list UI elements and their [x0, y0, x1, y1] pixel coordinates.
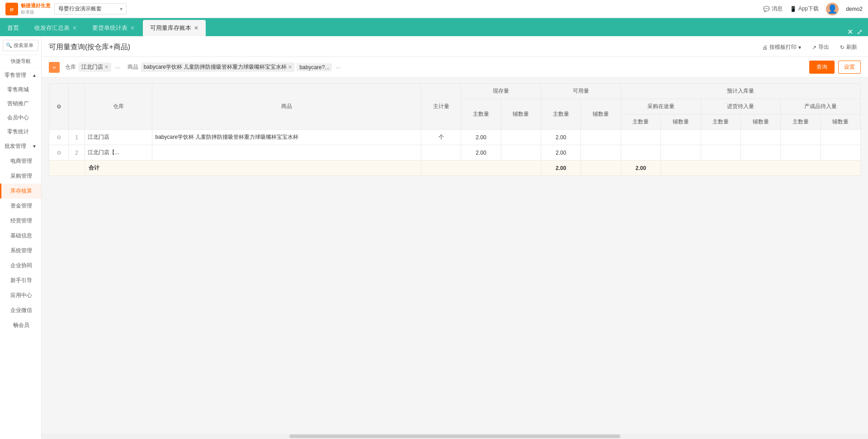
sidebar-item-app-center[interactable]: 应用中心: [0, 288, 41, 303]
message-btn[interactable]: 💬 消息: [763, 5, 783, 13]
warehouse-ellipsis[interactable]: ···: [113, 64, 122, 71]
th-incoming-main: 主数量: [701, 114, 741, 130]
product-ellipsis[interactable]: ···: [334, 64, 343, 71]
row-product: [152, 145, 421, 160]
row-avail-aux: [581, 130, 621, 145]
sidebar-item-enterprise[interactable]: 企业协同: [0, 258, 41, 273]
sidebar-item-retail-mall[interactable]: 零售商城: [0, 83, 41, 97]
product-tag-1: babycare学饮杯 儿童防摔防撞吸管杯重力球吸嘴杯宝宝水杯 ✕: [141, 62, 295, 72]
close-all-tabs-btn[interactable]: ✕: [847, 28, 853, 36]
scroll-bar-thumb[interactable]: [289, 434, 620, 438]
sidebar-item-retail-header[interactable]: 零售管理 ▲: [0, 68, 41, 83]
logo-text: 畅捷通好生意 标准版: [21, 2, 51, 15]
tab-order[interactable]: 要货单统计表 ✕: [85, 20, 142, 36]
sidebar-item-finance[interactable]: 资金管理: [0, 198, 41, 213]
row-gear[interactable]: ⚙: [49, 130, 69, 145]
row-purchase-main: [621, 130, 660, 145]
username-label: demo2: [846, 6, 863, 12]
chevron-up-icon: ▲: [32, 73, 37, 78]
tab-receive[interactable]: 收发存汇总表 ✕: [27, 20, 84, 36]
row-unit: 个: [421, 130, 461, 145]
sidebar-quick-nav[interactable]: 快捷导航: [0, 55, 41, 68]
app-download-btn[interactable]: 📱 App下载: [790, 5, 819, 13]
row-stock-aux: [501, 130, 541, 145]
row-gear[interactable]: ⚙: [49, 145, 69, 160]
summary-stock-main: 2.00: [541, 160, 581, 176]
print-icon: 🖨: [762, 44, 768, 51]
main-layout: 🔍 搜索菜单 快捷导航 零售管理 ▲ 零售商城 营销推广 会员中心 零售统计 批…: [0, 36, 868, 439]
refresh-icon: ↻: [840, 44, 844, 51]
store-selector[interactable]: 母婴行业演示账套 ▾: [54, 3, 127, 14]
sidebar-item-basic[interactable]: 基础信息: [0, 228, 41, 243]
row-incoming-main: [701, 130, 741, 145]
row-warehouse: 江北门店: [85, 130, 152, 145]
row-index: 1: [69, 130, 85, 145]
table-body: ⚙ 1 江北门店 babycare学饮杯 儿童防摔防撞吸管杯重力球吸嘴杯宝宝水杯…: [49, 130, 861, 160]
filter-product-group: 商品 babycare学饮杯 儿童防摔防撞吸管杯重力球吸嘴杯宝宝水杯 ✕ bab…: [127, 62, 343, 72]
th-purchase-aux: 辅数量: [661, 114, 701, 130]
row-warehouse: 江北门店【...: [85, 145, 152, 160]
filter-bar: » 仓库 江北门店 ✕ ··· 商品 babycare学饮杯 儿童防摔防撞吸管杯…: [42, 57, 868, 78]
filter-expand-btn[interactable]: »: [49, 62, 60, 73]
tab-inventory-close[interactable]: ✕: [194, 25, 198, 31]
sidebar-item-purchase[interactable]: 采购管理: [0, 169, 41, 184]
sidebar-item-retail-promo[interactable]: 营销推广: [0, 97, 41, 111]
th-production-main: 主数量: [781, 114, 821, 130]
tab-inventory[interactable]: 可用量库存账本 ✕: [143, 20, 206, 36]
warehouse-tag-close[interactable]: ✕: [104, 64, 108, 70]
expand-btn[interactable]: ⤢: [857, 28, 863, 36]
sidebar-retail-label: 零售管理: [5, 71, 26, 79]
th-warehouse: 仓库: [85, 84, 152, 130]
page-header: 可用量查询(按仓库+商品) 🖨 按模板打印 ▾ ↗ 导出 ↻ 刷新: [42, 36, 868, 57]
query-button[interactable]: 查询: [809, 61, 835, 74]
table-footer-row: 合计 2.00 2.00: [49, 160, 861, 176]
summary-stock-aux: [581, 160, 621, 176]
refresh-btn[interactable]: ↻ 刷新: [836, 42, 861, 53]
summary-label: [49, 160, 85, 176]
app-icon: 📱: [790, 6, 797, 12]
sidebar-item-retail-stats[interactable]: 零售统计: [0, 125, 41, 139]
th-unit: 主计量: [421, 84, 461, 130]
row-production-aux: [821, 130, 860, 145]
settings-button[interactable]: 设置: [838, 61, 861, 74]
tab-home[interactable]: 首页: [0, 20, 26, 36]
sidebar-item-newbie[interactable]: 新手引导: [0, 273, 41, 288]
summary-label-text: 合计: [85, 160, 421, 176]
th-stock-main: 主数量: [461, 99, 501, 130]
row-stock-aux: [501, 145, 541, 160]
search-menu-btn[interactable]: 🔍 搜索菜单: [3, 40, 38, 51]
sidebar-item-retail-member[interactable]: 会员中心: [0, 111, 41, 125]
row-production-aux: [821, 145, 860, 160]
tab-order-close[interactable]: ✕: [130, 25, 135, 31]
sidebar-item-member[interactable]: 畅会员: [0, 318, 41, 333]
sidebar-item-ecommerce[interactable]: 电商管理: [0, 154, 41, 169]
chevron-down-icon: ▼: [32, 144, 37, 149]
warehouse-label: 仓库: [65, 63, 76, 71]
sidebar-item-wholesale-header[interactable]: 批发管理 ▼: [0, 139, 41, 154]
tab-bar-actions: ✕ ⤢: [842, 28, 868, 36]
th-product: 商品: [152, 84, 421, 130]
sidebar-item-system[interactable]: 系统管理: [0, 243, 41, 258]
print-btn[interactable]: 🖨 按模板打印 ▾: [759, 42, 805, 53]
table-area: ⚙ 仓库 商品 主计量 现存量 可用量 预计入库量 主数量 辅数量 主数量 辅数…: [42, 78, 868, 434]
tab-inventory-label: 可用量库存账本: [150, 24, 191, 32]
sidebar-item-wechat[interactable]: 企业微信: [0, 303, 41, 318]
avatar[interactable]: 👤: [826, 3, 839, 15]
row-purchase-aux: [661, 145, 701, 160]
sidebar-item-inventory[interactable]: 库存核算: [0, 184, 41, 198]
row-index: 2: [69, 145, 85, 160]
product-tag-1-close[interactable]: ✕: [288, 64, 292, 70]
sidebar-group-wholesale: 批发管理 ▼: [0, 139, 41, 154]
row-avail-aux: [581, 145, 621, 160]
row-incoming-aux: [741, 130, 780, 145]
tab-bar: 首页 收发存汇总表 ✕ 要货单统计表 ✕ 可用量库存账本 ✕ ✕ ⤢: [0, 18, 868, 36]
th-avail-aux: 辅数量: [581, 99, 621, 130]
tab-receive-close[interactable]: ✕: [72, 25, 77, 31]
export-btn[interactable]: ↗ 导出: [808, 42, 833, 53]
sidebar-item-operation[interactable]: 经营管理: [0, 213, 41, 228]
product-tag-2: babycare?...: [297, 63, 332, 71]
content-area: 可用量查询(按仓库+商品) 🖨 按模板打印 ▾ ↗ 导出 ↻ 刷新 »: [42, 36, 868, 439]
th-index: [69, 84, 85, 130]
sidebar-wholesale-label: 批发管理: [5, 142, 26, 150]
top-bar-right: 💬 消息 📱 App下载 👤 demo2: [763, 3, 863, 15]
